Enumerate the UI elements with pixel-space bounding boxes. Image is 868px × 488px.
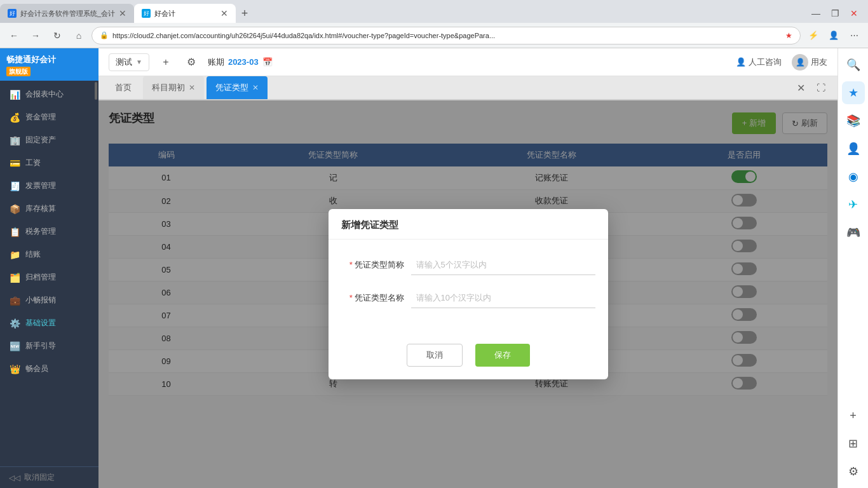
consult-button[interactable]: 👤 人工咨询 <box>736 57 782 68</box>
form-row-name: * 凭证类型名称 <box>341 288 595 308</box>
right-panel-star-icon[interactable]: ★ <box>842 81 865 104</box>
tab2-favicon: 好 <box>142 9 151 18</box>
sidebar-label-payroll: 工资 <box>25 158 41 168</box>
browser-tab-2[interactable]: 好 好会计 ✕ <box>134 4 236 23</box>
sidebar-label-member: 畅会员 <box>25 363 48 374</box>
tab-voucher-type[interactable]: 凭证类型 ✕ <box>207 76 268 99</box>
right-panel-person-icon[interactable]: 👤 <box>842 137 865 160</box>
url-text: https://cloud2.chanjet.com/accounting/uh… <box>112 32 782 39</box>
url-bar[interactable]: 🔒 https://cloud2.chanjet.com/accounting/… <box>92 27 801 44</box>
sidebar-nav: 📊 会报表中心 💰 资金管理 🏢 固定资产 💳 工资 🧾 发票管理 📦 <box>0 81 98 466</box>
tab-subject[interactable]: 科目期初 ✕ <box>143 76 204 99</box>
sidebar-item-finance[interactable]: 💰 资金管理 <box>0 106 98 129</box>
page-content: 凭证类型 + 新增 ↻ 刷新 编码 凭证类型简称 凭证类型名称 是否启用 <box>98 100 837 488</box>
user-button[interactable]: 👤 用友 <box>792 54 827 71</box>
main-content: 测试 ▼ + ⚙ 账期 2023-03 📅 👤 人工咨询 👤 用友 <box>98 48 837 488</box>
period-lock-icon: 📅 <box>262 57 273 67</box>
sidebar-label-tax: 税务管理 <box>25 226 56 237</box>
short-input[interactable] <box>411 255 595 275</box>
right-panel: 🔍 ★ 📚 👤 ◉ ✈ 🎮 + ⊞ ⚙ <box>837 48 868 488</box>
close-panel-button[interactable]: ✕ <box>792 79 810 97</box>
right-panel-game-icon[interactable]: 🎮 <box>842 221 865 244</box>
sidebar-item-member[interactable]: 👑 畅会员 <box>0 358 98 381</box>
sidebar-item-settings[interactable]: ⚙️ 基础设置 <box>0 312 98 335</box>
sidebar-item-invoice[interactable]: 🧾 发票管理 <box>0 175 98 198</box>
more-button[interactable]: ⋯ <box>845 27 863 44</box>
sidebar-item-dashboard[interactable]: 📊 会报表中心 <box>0 83 98 106</box>
browser-actions: ⚡ 👤 ⋯ <box>804 27 863 44</box>
right-panel-outlook-icon[interactable]: ◉ <box>842 165 865 188</box>
tab1-close-icon[interactable]: ✕ <box>119 8 126 18</box>
bookmark-icon: ★ <box>785 31 792 40</box>
header-right: 👤 人工咨询 👤 用友 <box>736 54 827 71</box>
cancel-button[interactable]: 取消 <box>407 344 463 367</box>
save-button[interactable]: 保存 <box>475 344 530 367</box>
right-panel-collections-icon[interactable]: 📚 <box>842 109 865 132</box>
reload-button[interactable]: ↻ <box>48 27 66 44</box>
new-tab-button[interactable]: + <box>236 4 254 22</box>
sidebar-label-settings: 基础设置 <box>25 318 56 329</box>
inventory-icon: 📦 <box>9 203 20 215</box>
app-container: 畅捷通好会计 旗舰版 📊 会报表中心 💰 资金管理 🏢 固定资产 <box>0 48 868 488</box>
user-label: 用友 <box>811 57 827 68</box>
minimize-button[interactable]: — <box>807 4 825 22</box>
profile-button[interactable]: 👤 <box>825 27 843 44</box>
sidebar-label-invoice: 发票管理 <box>25 180 56 191</box>
unpin-label: 取消固定 <box>24 472 55 483</box>
close-window-button[interactable]: ✕ <box>845 4 863 22</box>
maximize-button[interactable]: ❐ <box>826 4 844 22</box>
consult-label: 人工咨询 <box>749 57 782 68</box>
tab-home[interactable]: 首页 <box>106 76 140 99</box>
period-label: 账期 <box>208 57 224 68</box>
home-button[interactable]: ⌂ <box>70 27 88 44</box>
expense-icon: 💼 <box>9 295 20 306</box>
sidebar-item-expense[interactable]: 💼 小畅报销 <box>0 289 98 312</box>
modal-header: 新增凭证类型 <box>329 209 608 240</box>
tab-subject-close-icon[interactable]: ✕ <box>189 83 195 92</box>
fullscreen-button[interactable]: ⛶ <box>812 79 830 97</box>
right-panel-search-icon[interactable]: 🔍 <box>842 53 865 76</box>
browser-tab-1[interactable]: 好 好会计云务软件管理系统_会计 ✕ <box>0 4 134 23</box>
form-row-short: * 凭证类型简称 <box>341 255 595 275</box>
modal-overlay: 新增凭证类型 * 凭证类型简称 * 凭证类型名称 <box>98 100 837 488</box>
back-button[interactable]: ← <box>5 27 23 44</box>
workspace-selector[interactable]: 测试 ▼ <box>109 53 149 71</box>
sidebar-label-dashboard: 会报表中心 <box>25 89 64 100</box>
sidebar-label-finance: 资金管理 <box>25 112 56 123</box>
sidebar-item-assets[interactable]: 🏢 固定资产 <box>0 129 98 152</box>
tab-voucher-label: 凭证类型 <box>215 82 248 93</box>
logo-badge: 旗舰版 <box>6 67 31 76</box>
workspace-arrow-icon: ▼ <box>136 58 142 65</box>
right-panel-gear-icon[interactable]: ⚙ <box>842 460 865 483</box>
tab2-close-icon[interactable]: ✕ <box>220 8 228 18</box>
app-logo: 畅捷通好会计 旗舰版 <box>6 55 56 77</box>
sidebar-item-guide[interactable]: 🆕 新手引导 <box>0 335 98 358</box>
workspace-name: 测试 <box>116 57 132 68</box>
settings-gear-button[interactable]: ⚙ <box>182 53 200 71</box>
unpin-icon: ◁◁ <box>9 473 20 482</box>
sidebar-item-closing[interactable]: 📁 结账 <box>0 243 98 266</box>
archive-icon: 🗂️ <box>9 272 20 283</box>
sidebar-item-inventory[interactable]: 📦 库存核算 <box>0 198 98 220</box>
right-panel-send-icon[interactable]: ✈ <box>842 193 865 216</box>
assets-icon: 🏢 <box>9 135 20 146</box>
browser-tab-bar: 好 好会计云务软件管理系统_会计 ✕ 好 好会计 ✕ + — ❐ ✕ <box>0 0 868 23</box>
sidebar-item-tax[interactable]: 📋 税务管理 <box>0 220 98 243</box>
tab-voucher-close-icon[interactable]: ✕ <box>252 83 259 92</box>
sidebar-item-payroll[interactable]: 💳 工资 <box>0 152 98 175</box>
sidebar-item-archive[interactable]: 🗂️ 归档管理 <box>0 266 98 289</box>
tab1-favicon: 好 <box>8 9 17 18</box>
sidebar-unpin-button[interactable]: ◁◁ 取消固定 <box>0 466 98 488</box>
member-icon: 👑 <box>9 363 20 375</box>
extensions-button[interactable]: ⚡ <box>804 27 822 44</box>
name-input[interactable] <box>411 288 595 308</box>
secure-icon: 🔒 <box>100 31 109 39</box>
finance-icon: 💰 <box>9 112 20 123</box>
modal-dialog: 新增凭证类型 * 凭证类型简称 * 凭证类型名称 <box>329 209 608 379</box>
add-workspace-button[interactable]: + <box>157 53 175 71</box>
modal-footer: 取消 保存 <box>329 336 608 379</box>
right-panel-add-icon[interactable]: + <box>842 404 865 427</box>
right-panel-layout-icon[interactable]: ⊞ <box>842 432 865 455</box>
browser-window: 好 好会计云务软件管理系统_会计 ✕ 好 好会计 ✕ + — ❐ ✕ ← → ↻… <box>0 0 868 48</box>
forward-button[interactable]: → <box>27 27 44 44</box>
